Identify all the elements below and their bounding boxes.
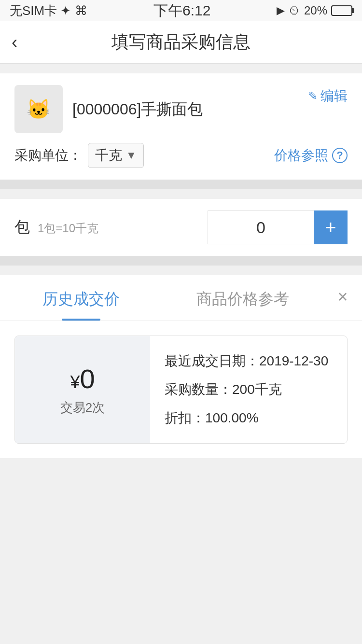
plus-icon: + <box>325 217 336 238</box>
product-left: 🐱 [0000006]手撕面包 <box>14 85 203 133</box>
price-reference-button[interactable]: 价格参照 ? <box>274 146 348 165</box>
back-button[interactable]: ‹ <box>12 32 17 53</box>
product-name: [0000006]手撕面包 <box>72 98 203 120</box>
quantity-input[interactable] <box>208 210 314 244</box>
quantity-label-group: 包 1包=10千克 <box>14 217 98 238</box>
wifi-icon: ⌘ <box>75 3 87 18</box>
discount-value: 100.00% <box>205 410 259 425</box>
qty-value: 200千克 <box>232 382 282 397</box>
unit-select-dropdown[interactable]: 千克 ▼ <box>88 143 144 168</box>
nav-bar: ‹ 填写商品采购信息 <box>0 21 362 64</box>
discount-label: 折扣： <box>165 410 205 425</box>
question-icon: ? <box>332 148 348 163</box>
bottom-panel: 历史成交价 商品价格参考 × ¥0 交易2次 最近成交日期：2019-12-30 <box>0 275 362 458</box>
tab-history-price[interactable]: 历史成交价 <box>0 275 162 321</box>
history-quantity: 采购数量：200千克 <box>165 379 333 401</box>
date-label: 最近成交日期： <box>165 353 259 368</box>
product-logo-icon: 🐱 <box>27 98 51 121</box>
dropdown-arrow-icon: ▼ <box>126 149 137 162</box>
history-details: 最近成交日期：2019-12-30 采购数量：200千克 折扣：100.00% <box>150 336 347 443</box>
unit-value: 千克 <box>95 146 122 165</box>
alarm-icon: ⏲ <box>289 4 300 17</box>
qty-label: 采购数量： <box>165 382 232 397</box>
status-bar: 无SIM卡 ✦ ⌘ 下午6:12 ▶ ⏲ 20% <box>0 0 362 21</box>
trades-count: 交易2次 <box>60 399 105 416</box>
history-price-display: ¥0 <box>70 363 95 394</box>
section-divider <box>0 180 362 189</box>
history-date: 最近成交日期：2019-12-30 <box>165 350 333 372</box>
history-content: ¥0 交易2次 最近成交日期：2019-12-30 采购数量：200千克 折扣：… <box>0 321 362 458</box>
battery-percent: 20% <box>304 4 327 17</box>
panel-close-button[interactable]: × <box>323 287 362 309</box>
history-card: ¥0 交易2次 最近成交日期：2019-12-30 采购数量：200千克 折扣：… <box>14 336 348 444</box>
product-card: 🐱 [0000006]手撕面包 ✎ 编辑 采购单位： 千克 ▼ 价格参照 ? <box>0 73 362 180</box>
date-value: 2019-12-30 <box>259 353 328 368</box>
edit-label: 编辑 <box>320 87 348 105</box>
currency-symbol: ¥ <box>70 372 80 392</box>
product-unit-row: 采购单位： 千克 ▼ 价格参照 ? <box>14 143 348 168</box>
unit-label: 采购单位： <box>14 146 82 165</box>
quantity-plus-button[interactable]: + <box>314 210 348 244</box>
main-background <box>0 458 362 644</box>
tab-price-ref-label: 商品价格参考 <box>196 290 289 308</box>
product-header: 🐱 [0000006]手撕面包 ✎ 编辑 <box>14 85 348 133</box>
history-discount: 折扣：100.00% <box>165 407 333 429</box>
tab-price-reference[interactable]: 商品价格参考 <box>162 275 323 321</box>
location-icon: ▶ <box>277 4 285 17</box>
status-time: 下午6:12 <box>153 1 210 21</box>
quantity-conversion: 1包=10千克 <box>38 221 98 236</box>
tab-history-label: 历史成交价 <box>42 290 120 308</box>
status-right: ▶ ⏲ 20% <box>277 4 352 17</box>
price-value: 0 <box>80 364 95 394</box>
tab-active-indicator <box>62 319 100 321</box>
price-ref-label: 价格参照 <box>274 146 328 165</box>
product-thumbnail: 🐱 <box>14 85 63 133</box>
page-title: 填写商品采购信息 <box>111 30 251 54</box>
quantity-section: 包 1包=10千克 + <box>0 199 362 256</box>
history-price-summary: ¥0 交易2次 <box>15 336 150 443</box>
battery-icon <box>331 5 352 16</box>
quantity-unit: 包 <box>14 217 30 238</box>
close-icon: × <box>337 287 348 307</box>
edit-icon: ✎ <box>308 89 318 103</box>
quantity-row: 包 1包=10千克 + <box>0 199 362 256</box>
quantity-input-group: + <box>208 210 348 244</box>
carrier-text: 无SIM卡 ✦ <box>10 2 71 19</box>
tabs-row: 历史成交价 商品价格参考 × <box>0 275 362 321</box>
edit-button[interactable]: ✎ 编辑 <box>308 85 348 105</box>
section-divider-2 <box>0 256 362 266</box>
status-left: 无SIM卡 ✦ ⌘ <box>10 2 87 19</box>
